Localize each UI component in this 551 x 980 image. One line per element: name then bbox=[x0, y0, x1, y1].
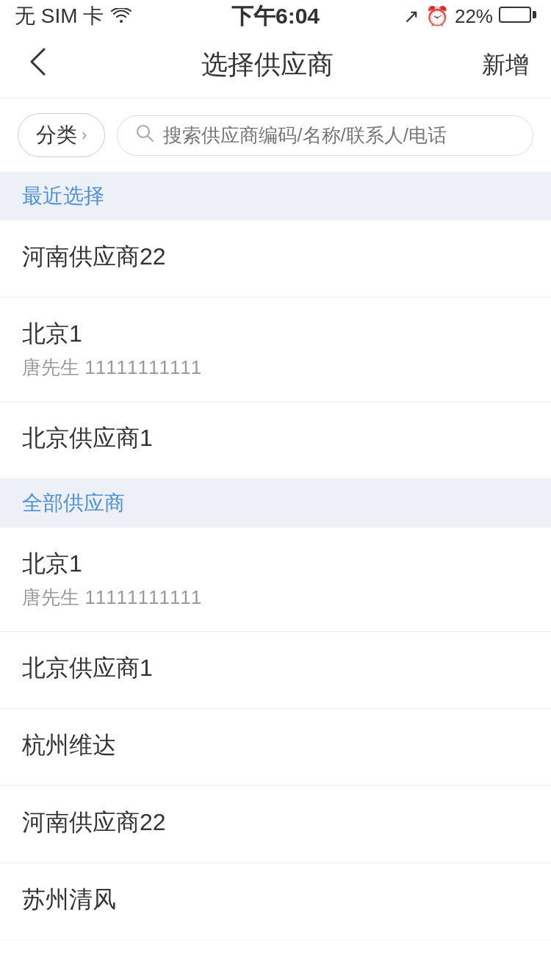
svg-line-1 bbox=[148, 136, 153, 141]
item-name: 北京1 bbox=[22, 548, 529, 580]
list-item[interactable]: 北京供应商1 bbox=[0, 632, 551, 709]
status-time: 下午6:04 bbox=[231, 1, 320, 32]
chevron-right-icon: › bbox=[82, 126, 87, 145]
item-name: 河南供应商22 bbox=[22, 807, 529, 839]
filter-bar: 分类 › bbox=[0, 98, 551, 172]
wifi-icon bbox=[111, 4, 132, 28]
item-name: 杭州维达 bbox=[22, 729, 529, 762]
list-item[interactable]: 苏州清风 bbox=[0, 863, 551, 940]
all-list: 北京1唐先生 11111111111北京供应商1杭州维达河南供应商22苏州清风 bbox=[0, 527, 551, 940]
item-name: 北京供应商1 bbox=[22, 422, 529, 455]
item-sub: 唐先生 11111111111 bbox=[22, 355, 529, 381]
category-label: 分类 bbox=[36, 121, 77, 149]
search-box[interactable] bbox=[117, 115, 533, 156]
search-input[interactable] bbox=[163, 124, 515, 147]
list-item[interactable]: 北京供应商1 bbox=[0, 402, 551, 479]
recent-section-header: 最近选择 bbox=[0, 172, 551, 220]
all-section-header: 全部供应商 bbox=[0, 479, 551, 527]
search-icon bbox=[135, 123, 154, 148]
recent-list: 河南供应商22北京1唐先生 11111111111北京供应商1 bbox=[0, 220, 551, 479]
status-bar: 无 SIM 卡 下午6:04 ↗ ⏰ 22% bbox=[0, 0, 551, 32]
status-right: ↗ ⏰ 22% bbox=[403, 5, 536, 28]
list-item[interactable]: 河南供应商22 bbox=[0, 786, 551, 863]
list-item[interactable]: 北京1唐先生 11111111111 bbox=[0, 298, 551, 402]
item-name: 北京供应商1 bbox=[22, 652, 529, 685]
item-name: 河南供应商22 bbox=[22, 241, 529, 273]
location-icon: ↗ bbox=[403, 5, 419, 28]
list-item[interactable]: 杭州维达 bbox=[0, 709, 551, 786]
add-button[interactable]: 新增 bbox=[482, 49, 529, 82]
back-button[interactable] bbox=[22, 40, 53, 90]
battery-icon bbox=[499, 5, 536, 28]
category-button[interactable]: 分类 › bbox=[18, 113, 105, 157]
status-left: 无 SIM 卡 bbox=[15, 2, 132, 30]
alarm-icon: ⏰ bbox=[425, 5, 449, 28]
battery-label: 22% bbox=[455, 5, 493, 28]
item-name: 北京1 bbox=[22, 318, 529, 350]
list-item[interactable]: 河南供应商22 bbox=[0, 220, 551, 298]
item-name: 苏州清风 bbox=[22, 884, 529, 916]
carrier-label: 无 SIM 卡 bbox=[15, 2, 104, 30]
item-sub: 唐先生 11111111111 bbox=[22, 585, 529, 610]
list-item[interactable]: 北京1唐先生 11111111111 bbox=[0, 527, 551, 632]
nav-bar: 选择供应商 新增 bbox=[0, 32, 551, 98]
page-title: 选择供应商 bbox=[201, 47, 334, 83]
